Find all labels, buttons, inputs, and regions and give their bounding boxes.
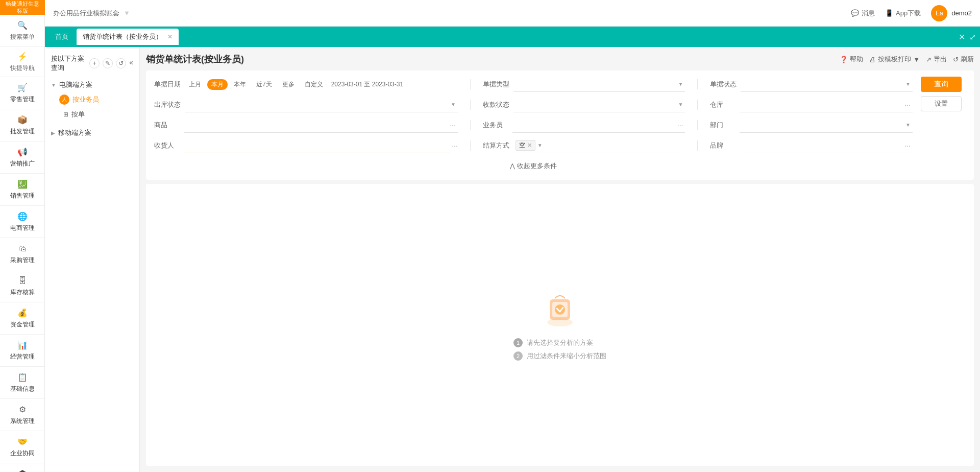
sidebar-item-inventory-label: 库存核算	[10, 288, 35, 297]
sidebar-item-marketing-label: 营销推广	[10, 159, 35, 168]
edit-scheme-button[interactable]: ✎	[103, 58, 113, 68]
sidebar-item-finance[interactable]: 💰 资金管理	[0, 302, 44, 335]
tab-close-icon[interactable]: ✕	[167, 33, 173, 40]
order-status-dropdown[interactable]: ▼	[741, 77, 913, 92]
add-scheme-button[interactable]: +	[89, 58, 100, 68]
user-profile[interactable]: Ea demo2	[931, 5, 972, 21]
date-btn-thismonth[interactable]: 本月	[207, 79, 228, 90]
search-icon: 🔍	[17, 20, 28, 31]
filter-consignee: 收货人 ···	[154, 138, 458, 153]
retail-icon: 🛒	[17, 82, 28, 93]
quicknav-icon: ⚡	[17, 51, 28, 62]
divider-8	[697, 140, 698, 151]
tree-collapse-icon: ▶	[51, 130, 55, 136]
warehouse-dots-icon[interactable]: ···	[904, 101, 911, 109]
brand-dots-icon[interactable]: ···	[904, 141, 911, 150]
sidebar-logo[interactable]: 畅捷通好生意标版	[0, 0, 45, 15]
sidebar-item-purchase-label: 采购管理	[10, 256, 35, 265]
refresh-button[interactable]: ↺ 刷新	[953, 55, 974, 64]
tree-group-desktop-header[interactable]: ▼ 电脑端方案	[45, 78, 139, 92]
svg-point-3	[555, 304, 565, 315]
breadcrumb-arrow-icon[interactable]: ▼	[124, 9, 130, 17]
sidebar-item-inventory[interactable]: 🗄 库存核算	[0, 270, 44, 302]
brand-select[interactable]: ···	[740, 138, 913, 153]
receipt-status-dropdown[interactable]: ▼	[513, 97, 685, 112]
payment-tag-close-icon[interactable]: ✕	[527, 142, 532, 149]
sidebar-quicknav[interactable]: ⚡ 快捷导航	[0, 47, 44, 77]
print-icon: 🖨	[869, 56, 876, 63]
tree-group-desktop-label: 电脑端方案	[59, 80, 92, 89]
warehouse-select[interactable]: ···	[740, 97, 913, 112]
download-icon: 📱	[885, 9, 893, 17]
enterprise-icon: 🤝	[17, 436, 28, 447]
left-panel-header: 按以下方案查询 + ✎ ↺ «	[45, 51, 139, 76]
message-icon: 💬	[851, 9, 859, 17]
query-button[interactable]: 查询	[921, 77, 962, 92]
message-label: 消息	[862, 9, 875, 18]
divider-6	[697, 120, 698, 130]
tab-home[interactable]: 首页	[49, 29, 75, 45]
staff-select[interactable]: ···	[512, 117, 685, 133]
date-btn-lastmonth[interactable]: 上月	[185, 79, 205, 90]
sidebar-item-newbie[interactable]: 🎓 新手引导	[0, 463, 44, 472]
payment-tag: 空 ✕	[516, 140, 535, 151]
consignee-input[interactable]	[184, 138, 450, 153]
sidebar-item-marketing[interactable]: 📢 营销推广	[0, 141, 44, 174]
tree-expand-icon: ▼	[51, 82, 56, 88]
message-button[interactable]: 💬 消息	[851, 9, 875, 18]
export-button[interactable]: ↗ 导出	[926, 55, 947, 64]
tree-group-mobile-header[interactable]: ▶ 移动端方案	[45, 126, 139, 140]
empty-tip-1-text: 请先选择要分析的方案	[527, 338, 593, 347]
tab-bar: 首页 销货单统计表（按业务员） ✕ ✕ ⤢	[45, 27, 980, 47]
sidebar-item-purchase[interactable]: 🛍 采购管理	[0, 238, 44, 270]
sidebar-item-system[interactable]: ⚙ 系统管理	[0, 399, 44, 431]
filter-staff: 业务员 ···	[483, 117, 685, 133]
date-btn-thisyear[interactable]: 本年	[230, 79, 250, 90]
sidebar-item-ops[interactable]: 📊 经营管理	[0, 335, 44, 367]
staff-dots-icon[interactable]: ···	[677, 121, 683, 129]
sidebar-item-retail[interactable]: 🛒 零售管理	[0, 77, 44, 109]
tab-maximize-icon[interactable]: ⤢	[969, 32, 976, 42]
goods-dots-icon[interactable]: ···	[450, 121, 456, 129]
refresh-scheme-button[interactable]: ↺	[116, 58, 126, 68]
date-btn-custom[interactable]: 自定义	[301, 79, 327, 90]
tip-num-1: 1	[513, 338, 523, 347]
department-dropdown[interactable]: ▼	[740, 117, 913, 133]
sidebar-item-base[interactable]: 📋 基础信息	[0, 367, 44, 399]
sidebar-item-ecom[interactable]: 🌐 电商管理	[0, 206, 44, 238]
goods-select[interactable]: ···	[184, 117, 458, 133]
tab-sales-stat[interactable]: 销货单统计表（按业务员） ✕	[77, 29, 179, 45]
tree-item-by-staff[interactable]: 人 按业务员	[55, 92, 139, 107]
sidebar-item-enterprise[interactable]: 🤝 企业协同	[0, 431, 44, 463]
settings-button[interactable]: 设置	[921, 96, 962, 111]
print-label: 按模板打印	[878, 55, 911, 64]
tree-sub-item-by-order[interactable]: ⊞ 按单	[55, 107, 139, 122]
user-name: demo2	[951, 9, 972, 17]
collapse-filters-button[interactable]: ⋀ 收起更多条件	[502, 158, 565, 174]
sidebar-item-sales[interactable]: 💹 销售管理	[0, 174, 44, 206]
date-btn-more[interactable]: 更多	[278, 79, 299, 90]
empty-tip-2-text: 用过滤条件来缩小分析范围	[527, 351, 606, 361]
consignee-dots-icon[interactable]: ···	[452, 141, 458, 150]
app-download-button[interactable]: 📱 App下载	[885, 9, 921, 18]
goods-label: 商品	[154, 121, 180, 130]
system-icon: ⚙	[17, 404, 28, 415]
sidebar: 畅捷通好生意标版 🔍 搜索菜单 ⚡ 快捷导航 🛒 零售管理 📦 批发管理 📢 营…	[0, 0, 45, 472]
date-btn-7days[interactable]: 近7天	[252, 79, 276, 90]
page-title: 销货单统计表(按业务员)	[146, 53, 244, 65]
order-type-dropdown[interactable]: ▼	[513, 77, 685, 92]
payment-tag-text: 空	[519, 141, 525, 150]
payment-select[interactable]: 空 ✕ ▼	[513, 138, 685, 153]
collapse-panel-icon[interactable]: «	[129, 58, 133, 68]
out-status-dropdown[interactable]: ▼	[185, 97, 458, 112]
help-button[interactable]: ❓ 帮助	[840, 55, 863, 64]
filter-goods: 商品 ···	[154, 117, 458, 133]
sidebar-search[interactable]: 🔍 搜索菜单	[0, 15, 44, 47]
refresh-label: 刷新	[961, 55, 974, 64]
sidebar-item-ops-label: 经营管理	[10, 352, 35, 361]
sidebar-item-wholesale[interactable]: 📦 批发管理	[0, 109, 44, 141]
tab-close-window-icon[interactable]: ✕	[959, 32, 965, 42]
print-button[interactable]: 🖨 按模板打印 ▼	[869, 55, 920, 64]
sidebar-item-enterprise-label: 企业协同	[10, 449, 35, 458]
page-content: 按以下方案查询 + ✎ ↺ « ▼ 电脑端方案	[45, 47, 980, 472]
